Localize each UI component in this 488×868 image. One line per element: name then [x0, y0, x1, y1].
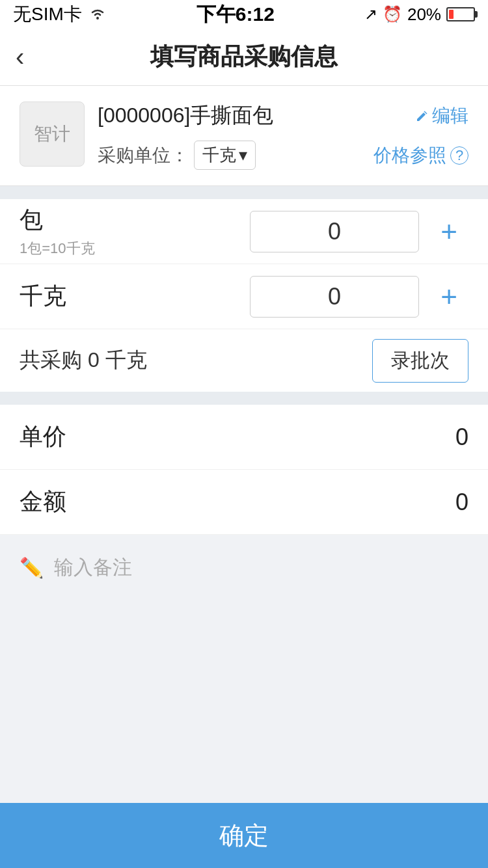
- product-header: [0000006]手撕面包 编辑: [98, 102, 468, 130]
- amount-value: 0: [455, 489, 468, 516]
- section-divider-2: [0, 392, 488, 405]
- kg-quantity-input[interactable]: 0: [250, 276, 419, 318]
- location-icon: ↗: [364, 5, 377, 23]
- kg-input-control: 0 +: [98, 276, 468, 318]
- dropdown-arrow: ▾: [239, 145, 247, 165]
- back-button[interactable]: ‹: [16, 42, 24, 72]
- pencil-icon: ✏️: [20, 556, 44, 579]
- bag-quantity-row: 包 1包=10千克 0 +: [0, 199, 488, 264]
- section-divider-1: [0, 186, 488, 199]
- remark-section[interactable]: ✏️ 输入备注: [0, 535, 488, 600]
- total-label: 共采购 0 千克: [20, 346, 147, 375]
- kg-plus-button[interactable]: +: [429, 277, 468, 316]
- remark-placeholder: 输入备注: [54, 554, 132, 581]
- status-bar: 无SIM卡 下午6:12 ↗ ⏰ 20%: [0, 0, 488, 29]
- bag-quantity-input[interactable]: 0: [250, 211, 419, 252]
- total-row: 共采购 0 千克 录批次: [0, 329, 488, 392]
- unit-price-row: 单价 0: [0, 405, 488, 470]
- empty-area: [0, 600, 488, 795]
- amount-label: 金额: [20, 486, 66, 518]
- status-right: ↗ ⏰ 20%: [364, 5, 475, 25]
- bag-label: 包 1包=10千克: [20, 204, 98, 258]
- unit-price-value: 0: [455, 424, 468, 451]
- price-ref-help-icon: ?: [450, 146, 468, 165]
- kg-quantity-row: 千克 0 +: [0, 264, 488, 329]
- product-card: 智计 [0000006]手撕面包 编辑 采购单位： 千克 ▾: [0, 86, 488, 186]
- bag-plus-button[interactable]: +: [429, 212, 468, 251]
- amount-row: 金额 0: [0, 470, 488, 535]
- carrier-label: 无SIM卡: [13, 2, 82, 27]
- unit-price-label: 单价: [20, 421, 66, 453]
- bag-input-control: 0 +: [98, 211, 468, 252]
- confirm-button[interactable]: 确定: [0, 803, 488, 868]
- unit-label: 采购单位： 千克 ▾: [98, 141, 256, 170]
- product-thumbnail: 智计: [20, 102, 85, 167]
- edit-button[interactable]: 编辑: [415, 103, 468, 128]
- battery-icon: [446, 7, 475, 21]
- battery-percent: 20%: [407, 5, 441, 25]
- svg-point-0: [96, 17, 99, 20]
- time-label: 下午6:12: [197, 1, 275, 28]
- batch-button[interactable]: 录批次: [372, 339, 468, 383]
- nav-bar: ‹ 填写商品采购信息: [0, 29, 488, 86]
- price-info-section: 单价 0 金额 0: [0, 405, 488, 535]
- quantity-section: 包 1包=10千克 0 + 千克 0 +: [0, 199, 488, 329]
- page-title: 填写商品采购信息: [150, 41, 338, 73]
- product-name: [0000006]手撕面包: [98, 102, 273, 130]
- status-left: 无SIM卡: [13, 2, 107, 27]
- unit-dropdown[interactable]: 千克 ▾: [194, 141, 256, 170]
- kg-label: 千克: [20, 280, 98, 312]
- product-info: [0000006]手撕面包 编辑 采购单位： 千克 ▾: [98, 102, 468, 170]
- alarm-icon: ⏰: [383, 5, 402, 23]
- product-unit-row: 采购单位： 千克 ▾ 价格参照 ?: [98, 141, 468, 170]
- price-reference-button[interactable]: 价格参照 ?: [373, 143, 468, 168]
- wifi-icon: [88, 4, 107, 25]
